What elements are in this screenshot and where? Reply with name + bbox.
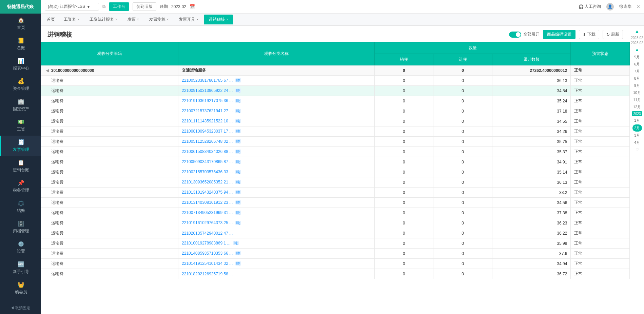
month-5[interactable]: 5月: [630, 54, 644, 61]
col-sales: 销项: [374, 54, 433, 65]
table-row[interactable]: 运输费 221013101943240375 94 ... 吨 0 0 33.2…: [41, 188, 630, 198]
tab-close-invoice-open[interactable]: ×: [196, 18, 198, 21]
item-name-cell: 运输费: [41, 269, 178, 279]
sidebar-item-reports[interactable]: 📊报表中心: [0, 54, 41, 75]
table-row[interactable]: 运输费 221007134905231969 31 ... 吨 0 0 37.3…: [41, 208, 630, 218]
month-4[interactable]: 4月: [630, 139, 644, 146]
tab-invoice-calc[interactable]: 发票测算 ×: [144, 15, 174, 24]
sales-cell: 0: [374, 218, 433, 228]
month-11[interactable]: 11月: [630, 96, 644, 103]
support-label[interactable]: 🎧 人工咨询: [579, 4, 601, 9]
table-row[interactable]: 运输费 221019103619217075 36 ... 吨 0 0 35.2…: [41, 96, 630, 106]
tab-close-invoice[interactable]: ×: [137, 18, 139, 21]
tab-invoice-reconcile[interactable]: 进销稽核 ×: [204, 15, 233, 24]
tab-salary[interactable]: 工资表 ×: [59, 15, 84, 24]
toggle-expand[interactable]: 全部展开: [509, 32, 540, 38]
toggle-switch[interactable]: [509, 32, 521, 38]
right-panel: ▲ 2023.02 2023.02 ▲ 5月 6月 7月 8月 9月 10月 1…: [630, 26, 644, 314]
month-6[interactable]: 6月: [630, 61, 644, 68]
col-tax-name: 税收分类名称: [178, 42, 375, 65]
sidebar-item-label: 进销台账: [13, 167, 29, 173]
tax-code-cell: ◀ 3010000000000000000: [41, 65, 178, 76]
table-row[interactable]: 运输费 221014085935710353 66 ... 吨 0 0 37.6…: [41, 249, 630, 259]
download-button[interactable]: ⬇ 下载: [579, 30, 599, 39]
workbench-button[interactable]: 工作台: [109, 2, 129, 11]
table-row[interactable]: 运输费 221013140308161912 23 ... 吨 0 0 34.5…: [41, 198, 630, 208]
sidebar-item-archive[interactable]: 🗄️归档管理: [0, 217, 41, 237]
sidebar-item-settings[interactable]: ⚙️设置: [0, 237, 41, 258]
tab-close-invoice-calc[interactable]: ×: [167, 18, 169, 21]
sidebar-item-purchase-sales[interactable]: 📋进销台账: [0, 156, 41, 176]
table-row[interactable]: 运输费 221013093652085352 21 ... 吨 0 0 36.1…: [41, 177, 630, 188]
table-row[interactable]: 运输费 221018202126925719 58 ... 0 0 36.72 …: [41, 269, 630, 279]
sidebar-item-settle[interactable]: ⚖️结账: [0, 197, 41, 217]
status-cell: 正常: [571, 147, 630, 157]
sales-cell: 0: [374, 249, 433, 259]
sidebar-item-label: 设置: [17, 249, 25, 254]
sidebar-item-assets[interactable]: 🏢固定资产: [0, 95, 41, 115]
month-10[interactable]: 10月: [630, 89, 644, 96]
year-2023-label-top: 2023.02: [631, 35, 643, 40]
sidebar-item-funds[interactable]: 💰资金管理: [0, 75, 41, 95]
table-row[interactable]: 运输费 221008100945323037 17 ... 吨 0 0 34.2…: [41, 126, 630, 137]
tab-salary-stat[interactable]: 工资统计报表 ×: [85, 15, 122, 24]
sidebar-item-invoice-mgmt[interactable]: 🧾发票管理: [0, 136, 41, 156]
table-row[interactable]: 运输费 221005090343170865 87 ... 吨 0 0 34.9…: [41, 157, 630, 167]
sidebar-item-guide[interactable]: 🆕新手引导: [0, 258, 41, 278]
switch-version-button[interactable]: 切到旧版: [133, 2, 156, 11]
table-row[interactable]: 运输费 221005112528266748 02 ... 吨 0 0 35.7…: [41, 137, 630, 147]
table-row[interactable]: 运输费 221011111435921522 10 ... 吨 0 0 34.5…: [41, 116, 630, 126]
table-row[interactable]: 运输费 221007215737621941 27 ... 吨 0 0 37.1…: [41, 106, 630, 116]
table-row[interactable]: 运输费 221002155703576436 33 ... 吨 0 0 35.1…: [41, 167, 630, 177]
app-logo: 畅捷通易代账: [0, 0, 41, 14]
month-8[interactable]: 8月: [630, 75, 644, 82]
sidebar-item-salary[interactable]: 💵工资: [0, 115, 41, 136]
month-3[interactable]: 3月: [630, 132, 644, 139]
month-12[interactable]: 12月: [630, 103, 644, 111]
tab-invoice[interactable]: 发票 ×: [123, 15, 144, 24]
month-9[interactable]: 9月: [630, 82, 644, 89]
tab-home[interactable]: 首页: [43, 15, 58, 24]
sidebar-item-member[interactable]: 👑畅会员: [0, 278, 41, 298]
sidebar-item-label: 税务管理: [13, 188, 29, 193]
company-selector[interactable]: (勿动) 江西报宝-LSS ▼: [45, 3, 99, 11]
nav-up-arrow2[interactable]: ▲: [633, 45, 641, 54]
table-row[interactable]: 运输费 221005233817801765 67 ... 吨 0 0 36.1…: [41, 76, 630, 86]
table-row[interactable]: ◀ 3010000000000000000 交通运输服务 0 0 27262.4…: [41, 65, 630, 76]
content-area: 进销稽核 全部展开 商品编码设置 ⬇ 下载 ↻ 刷新: [41, 26, 644, 314]
close-icon[interactable]: ×: [637, 4, 640, 10]
guide-icon: 🆕: [18, 261, 24, 268]
month-7[interactable]: 7月: [630, 68, 644, 75]
table-row[interactable]: 运输费 221020135742940012 47 ... 0 0 36.22 …: [41, 228, 630, 238]
sidebar-item-ledger[interactable]: 📒总账: [0, 34, 41, 54]
sales-cell: 0: [374, 238, 433, 249]
copy-icon[interactable]: ⧉: [102, 4, 105, 9]
item-name-cell: 运输费: [41, 228, 178, 238]
sidebar-unpin[interactable]: ◀ 取消固定: [0, 302, 41, 314]
refresh-button[interactable]: ↻ 刷新: [603, 30, 623, 39]
tab-invoice-open[interactable]: 发票开具 ×: [174, 15, 203, 24]
month-1[interactable]: 1月: [630, 117, 644, 124]
cumulative-cell: 34.91: [492, 157, 570, 167]
cumulative-cell: 34.26: [492, 126, 570, 137]
table-row[interactable]: 运输费 221009150313965922 24 ... 吨 0 0 34.8…: [41, 86, 630, 96]
sidebar-item-tax-mgmt[interactable]: 📌税务管理: [0, 176, 41, 197]
cumulative-cell: 35.37: [492, 147, 570, 157]
sidebar-item-home[interactable]: 🏠首页: [0, 14, 41, 34]
settings-button[interactable]: 商品编码设置: [543, 30, 575, 39]
table-row[interactable]: 运输费 221019161029764373 25 ... 吨 0 0 36.2…: [41, 218, 630, 228]
nav-up-arrow[interactable]: ▲: [633, 27, 641, 35]
tab-close-salary-stat[interactable]: ×: [115, 18, 117, 21]
table-row[interactable]: 运输费 221010019278983869 1 ... 吨 0 0 35.99…: [41, 238, 630, 249]
table-row[interactable]: 运输费 221014191254101434 02 ... 吨 0 0 34.9…: [41, 259, 630, 269]
month-2-active[interactable]: 2月: [632, 124, 642, 132]
purchase-sales-icon: 📋: [18, 159, 24, 166]
tab-close-salary[interactable]: ×: [77, 18, 79, 21]
purchase-cell: 0: [433, 76, 492, 86]
item-name-cell: 运输费: [41, 96, 178, 106]
item-code-cell: 221008100945323037 17 ... 吨: [178, 126, 375, 137]
tab-close-invoice-reconcile[interactable]: ×: [226, 18, 228, 21]
table-row[interactable]: 运输费 221006150834034026 88 ... 吨 0 0 35.3…: [41, 147, 630, 157]
purchase-cell: 0: [433, 106, 492, 116]
calendar-icon[interactable]: 📅: [190, 4, 195, 9]
